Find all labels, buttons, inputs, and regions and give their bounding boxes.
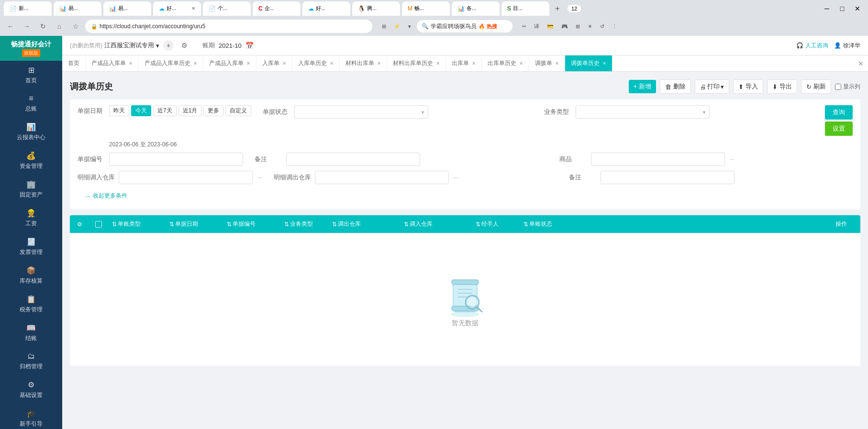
- browser-tab-8[interactable]: 🐧 腾...: [352, 1, 400, 16]
- date-btn-more[interactable]: 更多: [203, 105, 223, 116]
- tab-close-4[interactable]: ✕: [191, 6, 195, 11]
- query-button[interactable]: 查询: [825, 105, 853, 120]
- date-btn-7days[interactable]: 近7天: [153, 105, 177, 116]
- filter-detail-in-input[interactable]: [119, 171, 253, 184]
- delete-button[interactable]: 🗑 删除: [660, 79, 691, 94]
- browser-tab-1[interactable]: 📄 新...: [4, 1, 52, 16]
- refresh-button[interactable]: ↻: [36, 20, 50, 33]
- browser-tab-11[interactable]: S 目...: [501, 1, 549, 16]
- filter-note-input[interactable]: [286, 153, 420, 166]
- sidebar-item-reports[interactable]: 📊 云报表中心: [0, 118, 62, 146]
- history-tool[interactable]: ↺: [597, 22, 607, 31]
- forward-button[interactable]: →: [20, 20, 33, 33]
- table-header-in[interactable]: ⇅ 调入仓库: [400, 215, 472, 233]
- refresh-button-page[interactable]: ↻ 刷新: [801, 79, 831, 94]
- theme-tool[interactable]: ☀: [585, 22, 595, 31]
- sidebar-item-tax[interactable]: 📋 税务管理: [0, 290, 62, 319]
- tab-close-transfer-history[interactable]: ✕: [602, 61, 606, 66]
- translate-tool[interactable]: 译: [531, 22, 542, 31]
- filter-status-select[interactable]: ▾: [294, 105, 428, 119]
- user-info[interactable]: 👤 徐泽华: [834, 42, 860, 50]
- export-button[interactable]: ⬇ 导出: [767, 79, 797, 94]
- browser-tab-7[interactable]: ☁ 好...: [302, 1, 350, 16]
- maximize-button[interactable]: □: [835, 2, 849, 15]
- sidebar-item-home[interactable]: ⊞ 首页: [0, 61, 62, 89]
- tab-close-material-outbound[interactable]: ✕: [377, 61, 381, 66]
- add-company-button[interactable]: +: [163, 40, 174, 51]
- tab-outbound-history[interactable]: 出库单历史 ✕: [482, 55, 529, 71]
- header-checkbox[interactable]: [95, 221, 102, 228]
- lightning-button[interactable]: ⚡: [391, 22, 403, 31]
- tab-close-material-outbound-history[interactable]: ✕: [436, 61, 440, 66]
- sidebar-item-guide[interactable]: 🎓 新手引导: [0, 404, 62, 429]
- table-header-type[interactable]: ⇅ 单账类型: [108, 215, 166, 233]
- detail-in-more-icon[interactable]: ···: [257, 174, 262, 181]
- tab-outbound[interactable]: 出库单 ✕: [446, 55, 482, 71]
- wallet-tool[interactable]: 💳: [544, 22, 556, 31]
- browser-tab-9[interactable]: M 畅...: [402, 1, 450, 16]
- home-button[interactable]: ⌂: [53, 20, 66, 33]
- filter-detail-note-input[interactable]: [601, 171, 734, 184]
- filter-biz-select[interactable]: ▾: [576, 105, 710, 119]
- table-header-settings[interactable]: ⚙: [70, 216, 89, 232]
- scissors-tool[interactable]: ✂: [519, 22, 529, 31]
- filter-goods-input[interactable]: [591, 153, 725, 166]
- collapse-button[interactable]: ︿ 收起更多条件: [78, 190, 853, 202]
- tab-bar-close-button[interactable]: ✕: [854, 60, 868, 67]
- sidebar-item-ledger[interactable]: ≡ 总账: [0, 89, 62, 118]
- bookmark-button[interactable]: ☆: [69, 20, 82, 33]
- tab-inbound[interactable]: 入库单 ✕: [256, 55, 292, 71]
- date-btn-yesterday[interactable]: 昨天: [109, 105, 129, 116]
- sidebar-item-closing[interactable]: 📖 结账: [0, 319, 62, 347]
- date-btn-1month[interactable]: 近1月: [178, 105, 202, 116]
- tab-close-product-inbound-history[interactable]: ✕: [193, 61, 197, 66]
- tab-close-outbound-history[interactable]: ✕: [519, 61, 523, 66]
- tab-close-product-inbound[interactable]: ✕: [129, 61, 133, 66]
- grid-tool[interactable]: ⊞: [573, 22, 583, 31]
- tab-count-badge[interactable]: 12: [568, 5, 581, 12]
- import-button[interactable]: ⬆ 导入: [733, 79, 763, 94]
- table-header-biz[interactable]: ⇅ 业务类型: [280, 215, 328, 233]
- sidebar-item-settings[interactable]: ⚙ 基础设置: [0, 375, 62, 404]
- browser-tab-4[interactable]: ☁ 好... ✕: [153, 1, 201, 16]
- tab-material-outbound[interactable]: 材料出库单 ✕: [340, 55, 387, 71]
- tab-transfer-history[interactable]: 调拨单历史 ✕: [565, 55, 612, 71]
- address-input[interactable]: 🔒 https://cloud.chanjet.com/accounting/u…: [85, 20, 372, 33]
- table-header-no[interactable]: ⇅ 单据编号: [223, 215, 280, 233]
- filter-docno-input[interactable]: [109, 153, 243, 166]
- table-header-date[interactable]: ⇅ 单据日期: [166, 215, 223, 233]
- back-button[interactable]: ←: [4, 20, 17, 33]
- close-button[interactable]: ✕: [851, 2, 864, 15]
- browser-tab-2[interactable]: 📊 易...: [54, 1, 101, 16]
- table-header-status[interactable]: ⇅ 单账状态: [520, 215, 822, 233]
- sidebar-item-inventory[interactable]: 📦 库存核算: [0, 261, 62, 290]
- goods-more-icon[interactable]: ···: [730, 156, 734, 163]
- service-button[interactable]: 🎧 人工咨询: [796, 42, 828, 50]
- game-tool[interactable]: 🎮: [558, 22, 571, 31]
- sidebar-item-invoice[interactable]: 🧾 发票管理: [0, 232, 62, 261]
- tab-close-outbound[interactable]: ✕: [472, 61, 476, 66]
- calendar-icon[interactable]: 📅: [245, 42, 254, 49]
- tab-material-outbound-history[interactable]: 材料出库单历史 ✕: [387, 55, 446, 71]
- tab-product-inbound[interactable]: 产成品入库单 ✕: [86, 55, 139, 71]
- browser-tab-3[interactable]: 📊 易...: [103, 1, 151, 16]
- tab-close-inbound-history[interactable]: ✕: [330, 61, 334, 66]
- filter-detail-out-input[interactable]: [315, 171, 449, 184]
- browser-tab-10[interactable]: 📊 各...: [452, 1, 500, 16]
- new-button[interactable]: + 新增: [629, 80, 656, 93]
- date-btn-today[interactable]: 今天: [131, 105, 151, 116]
- chevron-down-button[interactable]: ▾: [405, 22, 414, 31]
- date-btn-custom[interactable]: 自定义: [225, 105, 251, 116]
- sidebar-item-funds[interactable]: 💰 资金管理: [0, 146, 62, 175]
- tab-transfer[interactable]: 调拨单 ✕: [529, 55, 565, 71]
- settings-gear-button[interactable]: ⚙: [178, 39, 191, 52]
- sidebar-item-fixed-assets[interactable]: 🏢 固定资产: [0, 175, 62, 204]
- extensions-button[interactable]: ⊞: [379, 22, 389, 31]
- tab-product-inbound-history[interactable]: 产成品入库单历史 ✕: [139, 55, 203, 71]
- company-selector[interactable]: (勿删勿禁用) 江西服宝测试专用 ▾: [70, 41, 159, 50]
- tab-close-inbound[interactable]: ✕: [282, 61, 286, 66]
- tab-inbound-history[interactable]: 入库单历史 ✕: [292, 55, 340, 71]
- tab-product-inbound2[interactable]: 产成品入库单 ✕: [203, 55, 256, 71]
- table-header-operator[interactable]: ⇅ 经手人: [472, 215, 520, 233]
- filter-settings-button[interactable]: 设置: [825, 121, 853, 136]
